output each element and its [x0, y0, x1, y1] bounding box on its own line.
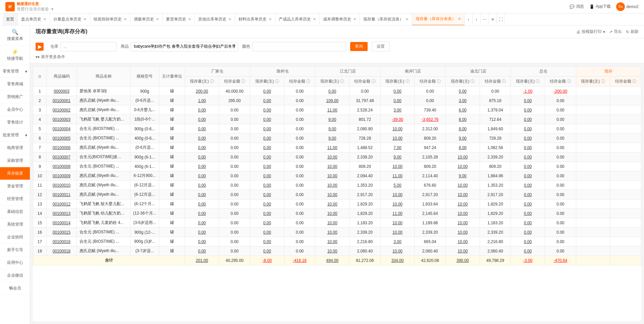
close-icon[interactable]: ✕ [228, 17, 231, 21]
cell-jb-stock[interactable]: 10.00 [315, 171, 350, 181]
expand-arrow-btn[interactable]: ▶ [36, 43, 46, 51]
cell-code[interactable]: 00100005 [47, 134, 77, 143]
sidebar-item-enterprise[interactable]: 企业协同 [0, 231, 30, 244]
print-btn[interactable]: 🖨 按模版打印 ▾ [576, 29, 605, 35]
cell-jb-stock[interactable]: 9.00 [315, 134, 350, 143]
cell-yb-stock[interactable]: 10.00 [445, 152, 480, 162]
cell-na-stock[interactable]: 10.00 [380, 162, 415, 171]
cell-c-stock[interactable]: 0.00 [250, 246, 284, 256]
cell-c-stock[interactable]: 0.00 [250, 181, 284, 190]
cell-t-stock[interactable]: 0.00 [511, 124, 545, 134]
close-icon[interactable]: ✕ [313, 17, 316, 21]
message-btn[interactable]: 💬 消息 [570, 4, 584, 9]
cell-c-stock[interactable]: 0.00 [250, 218, 284, 228]
sidebar-item-app-center[interactable]: 应用中心 [0, 257, 30, 269]
cell-t-stock[interactable]: 0.00 [511, 152, 545, 162]
cell-f-stock[interactable]: 0.00 [185, 218, 219, 228]
close-icon[interactable]: ✕ [84, 17, 87, 21]
cell-c-stock[interactable]: 0.00 [250, 115, 284, 124]
sidebar-item-stock[interactable]: 库存核算 [0, 167, 30, 180]
sidebar-item-wholesale[interactable]: 批发管理 ▾ [0, 129, 30, 142]
cell-jb-stock[interactable]: 10.00 [315, 218, 350, 228]
cell-na-stock[interactable]: 0.00 [380, 96, 415, 105]
cell-yb-stock[interactable]: 6.00 [445, 105, 480, 115]
close-icon[interactable]: ✕ [188, 17, 191, 21]
cell-code[interactable]: 00100012 [47, 199, 77, 209]
cell-f-stock[interactable]: 0.00 [185, 134, 219, 143]
cell-na-stock[interactable]: 11.00 [380, 209, 415, 218]
cell-jb-stock[interactable]: 10.00 [315, 246, 350, 256]
cell-t-stock[interactable]: 0.00 [511, 199, 545, 209]
cell-code[interactable]: 00100008 [47, 162, 77, 171]
cell-t-stock[interactable]: 0.00 [511, 162, 545, 171]
sidebar-item-marketing[interactable]: 营销推广 [0, 91, 30, 103]
sidebar-item-basic-info[interactable]: 基础信息 [0, 205, 30, 218]
goods-input[interactable] [131, 42, 238, 51]
cell-jb-stock[interactable]: 10.00 [315, 228, 350, 237]
cell-yb-stock[interactable]: 10.00 [445, 190, 480, 199]
cell-na-stock[interactable]: 10.00 [380, 190, 415, 199]
cell-jb-stock[interactable]: 9.00 [315, 124, 350, 134]
query-btn[interactable]: 查询 [350, 42, 368, 51]
cell-c-stock[interactable]: 0.00 [250, 134, 284, 143]
tab-other-out-history[interactable]: 其他出库单历史 ✕ [195, 13, 235, 26]
cell-code[interactable]: 00100006 [47, 143, 77, 152]
cell-code[interactable]: 00100003 [47, 115, 77, 124]
cell-yb-stock[interactable]: 10.00 [445, 181, 480, 190]
close-icon[interactable]: ✕ [406, 17, 409, 21]
settings-btn[interactable]: 设置 [372, 42, 390, 51]
cell-yb-stock[interactable]: 10.00 [445, 199, 480, 209]
sidebar-item-ops-mgmt[interactable]: 经营管理 [0, 193, 30, 205]
cell-na-stock[interactable]: -39.00 [380, 115, 415, 124]
cell-yb-stock[interactable]: 10.00 [445, 162, 480, 171]
cell-yb-stock[interactable]: 9.00 [445, 134, 480, 143]
cell-yb-stock[interactable]: 8.00 [445, 115, 480, 124]
cell-f-stock[interactable]: 0.00 [185, 228, 219, 237]
cell-na-stock[interactable]: 3.00 [380, 105, 415, 115]
sidebar-item-purchase[interactable]: 采购管理 [0, 154, 30, 167]
cell-na-stock[interactable]: 10.00 [380, 228, 415, 237]
cell-code[interactable]: 00100018 [47, 246, 77, 256]
app-download-btn[interactable]: 📱 App下载 [589, 4, 611, 9]
cell-f-stock[interactable]: 0.00 [185, 143, 219, 152]
cell-jb-stock[interactable]: 10.00 [315, 190, 350, 199]
cell-code[interactable]: 00100007 [47, 152, 77, 162]
cell-na-stock[interactable]: 7.00 [380, 143, 415, 152]
tab-stock-dist[interactable]: 现存量（库存分布表）✕ [412, 13, 465, 26]
cell-na-stock[interactable]: 10.00 [380, 218, 415, 228]
cell-yb-stock[interactable]: 10.00 [445, 237, 480, 246]
cell-t-stock[interactable]: -1.00 [511, 87, 545, 96]
cell-code[interactable]: 00100009 [47, 171, 77, 181]
close-icon[interactable]: ✕ [353, 17, 356, 21]
tab-stock-status[interactable]: 现存量（库存状况表）✕ [360, 13, 412, 26]
cell-c-stock[interactable]: 0.00 [250, 228, 284, 237]
cell-f-stock[interactable]: 0.00 [185, 199, 219, 209]
cell-code[interactable]: 00100002 [47, 105, 77, 115]
cell-c-stock[interactable]: 0.00 [250, 171, 284, 181]
cell-f-stock[interactable]: 0.00 [185, 181, 219, 190]
tab-home[interactable]: 首页 [3, 13, 18, 26]
cell-jb-stock[interactable]: 10.00 [315, 199, 350, 209]
cell-t-stock[interactable]: 0.00 [511, 143, 545, 152]
cell-t-stock[interactable]: 0.00 [511, 246, 545, 256]
expand-arrow-icon[interactable]: ▶ [36, 43, 44, 51]
sidebar-item-finance[interactable]: 资金管理 [0, 180, 30, 193]
cell-code[interactable]: 00100010 [47, 181, 77, 190]
cell-code[interactable]: 00100015 [47, 228, 77, 237]
cell-code[interactable]: 00100013 [47, 209, 77, 218]
cell-c-stock[interactable]: 0.00 [250, 162, 284, 171]
sidebar-item-system[interactable]: 系统管理 [0, 218, 30, 231]
gear-icon[interactable]: ⚙ [38, 74, 42, 79]
cell-na-stock[interactable]: 5.00 [380, 181, 415, 190]
cell-na-stock[interactable]: 9.00 [380, 152, 415, 162]
cell-na-stock[interactable]: 10.00 [380, 199, 415, 209]
cell-f-stock[interactable]: 0.00 [185, 152, 219, 162]
cell-c-stock[interactable]: 0.00 [250, 237, 284, 246]
tab-nav-right[interactable]: › [473, 13, 481, 26]
cell-t-stock[interactable]: 0.00 [511, 105, 545, 115]
close-icon[interactable]: ✕ [156, 17, 159, 21]
cell-yb-stock[interactable]: 10.00 [445, 209, 480, 218]
cell-code[interactable]: 00100014 [47, 218, 77, 228]
cell-yb-stock[interactable]: 10.00 [445, 218, 480, 228]
sidebar-item-new-guide[interactable]: 新手引导 [0, 244, 30, 257]
